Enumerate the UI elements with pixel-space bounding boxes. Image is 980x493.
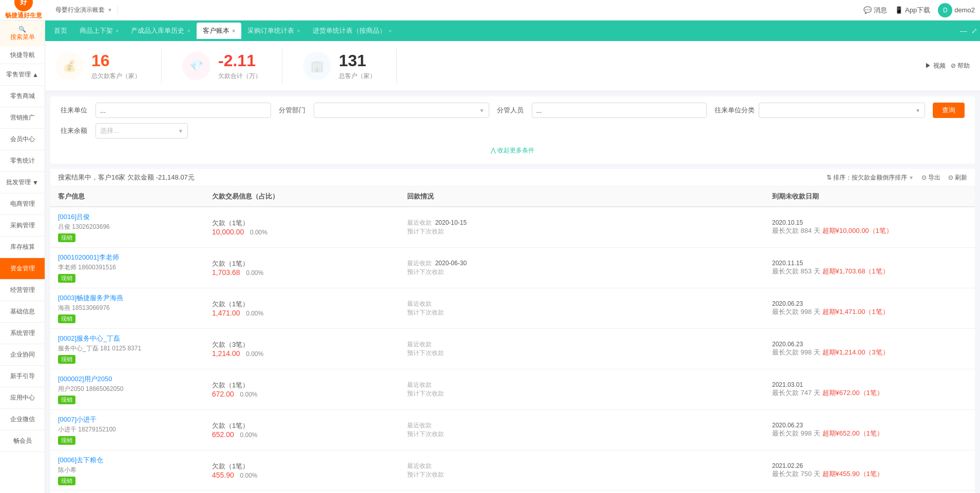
tab-purchase-goods-close[interactable]: × bbox=[389, 28, 392, 34]
quick-nav-item[interactable]: 快捷导航 bbox=[0, 47, 45, 64]
balance-select[interactable]: 选择... ▼ bbox=[95, 123, 188, 139]
debt-amount-6[interactable]: 455.90 bbox=[212, 471, 234, 479]
business-label: 经营管理 bbox=[10, 286, 35, 293]
tab-minimize-button[interactable]: — bbox=[960, 27, 967, 35]
debt-count-4: 欠款（1笔） bbox=[212, 381, 407, 390]
manager-input[interactable]: ... bbox=[532, 103, 707, 118]
newbie-label: 新手引导 bbox=[10, 372, 35, 380]
customer-tag-2: 现销 bbox=[58, 314, 75, 323]
customer-cell-1: [0001020001]李老师 李老师 18600391516 现销 bbox=[58, 253, 212, 283]
tab-product-status-close[interactable]: × bbox=[116, 28, 119, 34]
customer-code-4[interactable]: [000002]用户2050 bbox=[58, 375, 112, 383]
debt-amount-5[interactable]: 652.00 bbox=[212, 430, 234, 439]
debt-amount-2[interactable]: 1,471.00 bbox=[212, 309, 240, 317]
sidebar-item-inventory[interactable]: 库存核算 bbox=[0, 236, 45, 258]
overdue-link-5[interactable]: 超期¥652.00（1笔） bbox=[822, 429, 883, 437]
member-label: 会员中心 bbox=[10, 135, 35, 143]
sidebar-item-newbie[interactable]: 新手引导 bbox=[0, 366, 45, 387]
tab-production-history-close[interactable]: × bbox=[187, 28, 190, 34]
avatar: D bbox=[938, 3, 952, 17]
sort-select[interactable]: ⇅ 排序：按欠款金额倒序排序 ▼ bbox=[827, 173, 914, 182]
help-btn[interactable]: ⊘ 帮助 bbox=[951, 62, 970, 70]
sidebar-item-app-center[interactable]: 应用中心 bbox=[0, 387, 45, 409]
overdue-link-0[interactable]: 超期¥10,000.00（1笔） bbox=[822, 227, 893, 234]
sidebar-item-basic-info[interactable]: 基础信息 bbox=[0, 301, 45, 323]
filter-manager: 分管人员 ... bbox=[497, 103, 707, 118]
sidebar-item-member[interactable]: 会员中心 bbox=[0, 129, 45, 150]
collection-cell-2: 最近收款 预计下次收款 bbox=[407, 300, 772, 317]
video-btn[interactable]: ▶ 视频 bbox=[925, 62, 945, 70]
tab-customer-ledger[interactable]: 客户账本 × bbox=[197, 23, 241, 39]
stat-debtors-icon: 💰 bbox=[55, 52, 84, 80]
search-button[interactable]: 查询 bbox=[933, 103, 965, 118]
message-button[interactable]: 💬 消息 bbox=[863, 6, 887, 15]
app-container: 好 畅捷通好生意 示熏 母婴行业演示账套 ▼ 💬 消息 📱 App下载 D de… bbox=[0, 0, 980, 493]
sidebar-item-ecommerce[interactable]: 电商管理 bbox=[0, 193, 45, 215]
customer-code-2[interactable]: [0003]畅捷服务尹海燕 bbox=[58, 294, 123, 302]
tab-customer-ledger-close[interactable]: × bbox=[232, 28, 235, 34]
sidebar-item-finance[interactable]: 资金管理 bbox=[0, 258, 45, 280]
debt-amount-4[interactable]: 672.00 bbox=[212, 390, 234, 398]
stat-total-icon: 🏢 bbox=[303, 52, 331, 80]
overdue-link-1[interactable]: 超期¥1,703.68（1笔） bbox=[822, 267, 889, 275]
sidebar-item-system[interactable]: 系统管理 bbox=[0, 323, 45, 344]
stat-total-number: 131 bbox=[339, 51, 376, 70]
sidebar-item-purchase[interactable]: 采购管理 bbox=[0, 215, 45, 236]
customer-code-1[interactable]: [0001020001]李老师 bbox=[58, 253, 119, 261]
sidebar-item-collab[interactable]: 企业协同 bbox=[0, 344, 45, 366]
overdue-days-2: 最长欠款 998 天 超期¥1,471.00（1笔） bbox=[772, 307, 967, 317]
tab-production-history-label: 产成品入库单历史 bbox=[131, 26, 184, 35]
tab-purchase-stats[interactable]: 采购订单统计表 × bbox=[241, 23, 306, 39]
tab-purchase-goods[interactable]: 进货单统计表（按商品） × bbox=[306, 23, 398, 39]
unit-category-select[interactable]: ▼ bbox=[759, 103, 925, 118]
industry-selector[interactable]: 母婴行业演示账套 ▼ bbox=[50, 6, 118, 14]
sidebar-item-retail-stats[interactable]: 零售统计 bbox=[0, 150, 45, 172]
customer-phone-2: 海燕 18513066976 bbox=[58, 304, 212, 312]
customer-code-6[interactable]: [0006]去下粮仓 bbox=[58, 456, 103, 464]
tab-maximize-button[interactable]: ⤢ bbox=[971, 27, 977, 35]
wholesale-arrow: ▼ bbox=[32, 179, 39, 186]
page-content: 💰 16 总欠款客户（家） 💎 -2.11 欠款合计（万） bbox=[45, 41, 980, 493]
overdue-link-2[interactable]: 超期¥1,471.00（1笔） bbox=[822, 308, 889, 315]
customer-code-0[interactable]: [0016]吕俊 bbox=[58, 213, 90, 221]
sidebar-item-wholesale[interactable]: 批发管理 ▼ bbox=[0, 172, 45, 193]
sidebar-item-member2[interactable]: 畅会员 bbox=[0, 430, 45, 452]
export-button[interactable]: ⊙ 导出 bbox=[921, 173, 940, 182]
refresh-button[interactable]: ⊙ 刷新 bbox=[948, 173, 967, 182]
user-menu[interactable]: D demo2 bbox=[938, 3, 975, 17]
sidebar-item-retail-mgmt[interactable]: 零售管理 ▲ bbox=[0, 64, 45, 86]
debt-cell-4: 欠款（1笔） 672.00 0.00% bbox=[212, 381, 407, 398]
sidebar-item-wechat[interactable]: 企业微信 bbox=[0, 409, 45, 430]
overdue-link-6[interactable]: 超期¥455.90（1笔） bbox=[822, 470, 883, 478]
search-menu-item[interactable]: 🔍 搜索菜单 bbox=[0, 21, 45, 47]
tab-home[interactable]: 首页 bbox=[48, 23, 73, 39]
table-row: [0006]去下粮仓 陈小希 现销 欠款（1笔） 455.90 0.00% bbox=[50, 450, 975, 491]
filter-balance: 往来余额 选择... ▼ bbox=[61, 123, 965, 139]
app-download-button[interactable]: 📱 App下载 bbox=[895, 6, 930, 15]
collection-info-1: 最近收款 2020-06-30 bbox=[407, 259, 772, 268]
tab-purchase-stats-close[interactable]: × bbox=[297, 28, 300, 34]
debt-amount-3[interactable]: 1,214.00 bbox=[212, 349, 240, 358]
sort-label: 排序：按欠款金额倒序排序 bbox=[833, 173, 907, 182]
sidebar-item-marketing[interactable]: 营销推广 bbox=[0, 107, 45, 129]
debt-amount-1[interactable]: 1,703.68 bbox=[212, 268, 240, 277]
tab-production-history[interactable]: 产成品入库单历史 × bbox=[125, 23, 196, 39]
overdue-link-4[interactable]: 超期¥672.00（1笔） bbox=[822, 389, 883, 397]
customer-code-3[interactable]: [0002]服务中心_丁磊 bbox=[58, 334, 120, 342]
sidebar-item-retail-mall[interactable]: 零售商城 bbox=[0, 86, 45, 107]
customer-tag-0: 现销 bbox=[58, 233, 75, 242]
debt-count-5: 欠款（1笔） bbox=[212, 421, 407, 430]
customer-code-5[interactable]: [0007]小进干 bbox=[58, 416, 97, 423]
collapse-bar[interactable]: ⋀ 收起更多条件 bbox=[61, 144, 965, 157]
overdue-link-3[interactable]: 超期¥1,214.00（3笔） bbox=[822, 348, 889, 356]
stat-amount-number: -2.11 bbox=[218, 51, 261, 70]
quick-nav-label: 快捷导航 bbox=[3, 51, 42, 60]
collapse-icon: ⋀ bbox=[491, 147, 496, 154]
purchase-label: 采购管理 bbox=[10, 222, 35, 229]
tab-product-status[interactable]: 商品上下架 × bbox=[73, 23, 125, 39]
table-row: [000002]用户2050 用户2050 18665062050 现销 欠款（… bbox=[50, 369, 975, 410]
sidebar-item-business[interactable]: 经营管理 bbox=[0, 280, 45, 301]
source-unit-input[interactable]: ... bbox=[95, 103, 271, 118]
department-select[interactable]: ▼ bbox=[314, 103, 489, 118]
debt-amount-0[interactable]: 10,000.00 bbox=[212, 228, 244, 236]
